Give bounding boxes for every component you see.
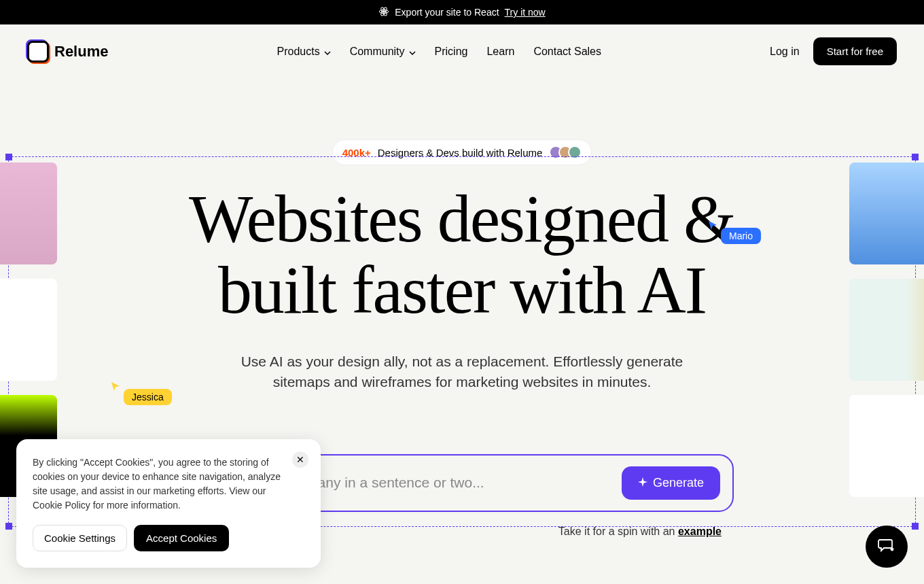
chat-icon	[877, 536, 896, 557]
hero-title-line1: Websites designed &	[189, 181, 735, 256]
nav-learn[interactable]: Learn	[486, 46, 514, 58]
close-icon: ✕	[296, 454, 304, 465]
thumbnail-card	[0, 162, 57, 264]
selection-handle	[5, 154, 12, 160]
svg-point-4	[891, 549, 893, 551]
nav-community[interactable]: Community	[350, 46, 416, 58]
nav-contact[interactable]: Contact Sales	[533, 46, 601, 58]
avatar-stack	[549, 145, 582, 159]
selection-handle	[912, 523, 919, 530]
chevron-down-icon	[409, 46, 416, 58]
nav-pricing[interactable]: Pricing	[435, 46, 468, 58]
nav-actions: Log in Start for free	[770, 37, 897, 65]
cursor-mario: Mario	[707, 220, 761, 244]
cookie-text: By clicking "Accept Cookies", you agree …	[33, 456, 304, 513]
nav-links: Products Community Pricing Learn Contact…	[277, 46, 601, 58]
announcement-text: Export your site to React	[395, 7, 499, 18]
social-proof-count: 400k+	[342, 147, 371, 158]
nav-products[interactable]: Products	[277, 46, 331, 58]
hero-title: Websites designed & built faster with AI	[0, 183, 924, 326]
start-free-button[interactable]: Start for free	[813, 37, 897, 65]
thumbnail-card	[849, 279, 924, 381]
react-icon	[378, 6, 389, 19]
cookie-actions: Cookie Settings Accept Cookies	[33, 525, 304, 551]
selection-handle	[912, 154, 919, 160]
sparkle-icon	[638, 476, 647, 490]
thumbnail-card	[849, 395, 924, 497]
logo-cube-icon	[27, 41, 49, 63]
cookie-accept-button[interactable]: Accept Cookies	[134, 525, 229, 551]
announcement-link[interactable]: Try it now	[505, 7, 546, 18]
cookie-settings-button[interactable]: Cookie Settings	[33, 525, 127, 551]
generate-button-label: Generate	[653, 476, 704, 490]
cookie-close-button[interactable]: ✕	[292, 451, 308, 468]
chevron-down-icon	[324, 46, 331, 58]
selection-handle	[5, 523, 12, 530]
cursor-jessica: Jessica	[110, 381, 172, 405]
nav-products-label: Products	[277, 46, 320, 58]
social-proof-text: Designers & Devs build with Relume	[378, 147, 543, 158]
logo[interactable]: Relume	[27, 41, 108, 63]
svg-point-0	[383, 10, 385, 12]
logo-text: Relume	[54, 43, 108, 61]
social-proof-pill: 400k+ Designers & Devs build with Relume	[332, 139, 592, 165]
navbar: Relume Products Community Pricing Learn …	[0, 24, 924, 78]
avatar	[568, 145, 582, 159]
generate-button[interactable]: Generate	[622, 466, 720, 500]
hero-title-line2: built faster with AI	[218, 252, 706, 328]
example-link[interactable]: example	[678, 526, 722, 537]
chat-widget-button[interactable]	[866, 526, 908, 568]
thumbnail-card	[849, 162, 924, 264]
announcement-bar: Export your site to React Try it now	[0, 0, 924, 24]
nav-community-label: Community	[350, 46, 405, 58]
hero-subtitle: Use AI as your design ally, not as a rep…	[231, 351, 693, 393]
login-link[interactable]: Log in	[770, 46, 800, 58]
thumbnail-card	[0, 279, 57, 381]
try-example-prefix: Take it for a spin with an	[558, 526, 678, 537]
cursor-jessica-label: Jessica	[124, 389, 172, 405]
cursor-mario-label: Mario	[721, 228, 761, 244]
cookie-banner: ✕ By clicking "Accept Cookies", you agre…	[16, 439, 321, 568]
